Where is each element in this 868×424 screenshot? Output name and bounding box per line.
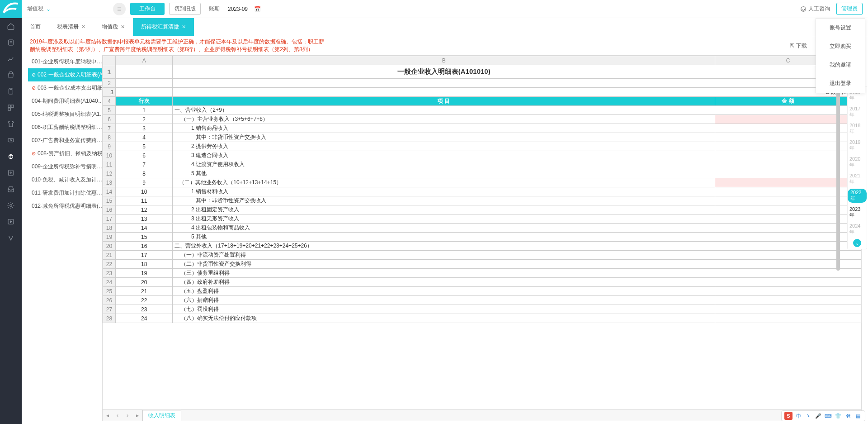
form-item-9[interactable]: 010-免税、减计收入及加计…	[28, 173, 102, 186]
row-num: 14	[116, 224, 173, 233]
nav-gear-icon[interactable]	[0, 197, 22, 214]
form-item-2[interactable]: ⊘003-一般企业成本支出明细…	[28, 81, 102, 95]
form-item-7[interactable]: ⊘008-资产折旧、摊销及纳税…	[28, 147, 102, 160]
ime-skin-icon[interactable]: 👕	[834, 412, 842, 420]
nav-money-icon[interactable]	[0, 132, 22, 148]
user-menu-item-2[interactable]: 我的邀请	[816, 56, 865, 74]
user-menu-item-0[interactable]: 账号设置	[816, 19, 865, 37]
ime-toolbar[interactable]: S 中 '• 🎤 ⌨ 👕 🛠 ▦	[781, 410, 865, 421]
form-item-5[interactable]: 006-职工薪酬纳税调整明细…	[28, 121, 102, 134]
row-item: 3.建造合同收入	[173, 151, 715, 160]
vertical-scrollbar[interactable]	[835, 63, 840, 409]
sheet-tab[interactable]: 收入明细表	[142, 410, 181, 421]
nav-tshirt-icon[interactable]	[0, 116, 22, 132]
user-menu-item-3[interactable]: 退出登录	[816, 74, 865, 93]
row-item: 4.出租包装物和商品收入	[173, 224, 715, 233]
calendar-icon[interactable]: 📅	[254, 6, 261, 12]
row-item: 4.让渡资产使用权收入	[173, 160, 715, 169]
ime-grid-icon[interactable]: ▦	[854, 412, 862, 420]
form-item-0[interactable]: 001-企业所得税年度纳税申…	[28, 55, 102, 68]
tab-close-icon[interactable]: ✕	[81, 24, 85, 30]
form-item-1[interactable]: ⊘002-一般企业收入明细表(A1…	[28, 68, 102, 81]
side-nav	[0, 0, 22, 424]
tab-close-icon[interactable]: ✕	[121, 24, 125, 30]
row-item: （八）确实无法偿付的应付款项	[173, 314, 715, 323]
nav-v-icon[interactable]	[0, 230, 22, 246]
tab-0[interactable]: 首页	[22, 18, 49, 36]
svg-rect-4	[11, 105, 14, 107]
sheet-nav-last[interactable]: ▸	[132, 412, 142, 419]
nav-bag-icon[interactable]	[0, 67, 22, 83]
row-item: （五）盘盈利得	[173, 287, 715, 296]
user-menu-item-1[interactable]: 立即购买	[816, 37, 865, 56]
row-item: （二）非货币性资产交换利得	[173, 260, 715, 269]
svg-point-7	[10, 140, 12, 141]
year-2019年[interactable]: 2019年	[848, 138, 867, 152]
nav-play-icon[interactable]	[0, 214, 22, 230]
row-item: 5.其他	[173, 169, 715, 178]
user-dropdown-menu: 账号设置立即购买我的邀请退出登录	[816, 18, 865, 93]
nav-doc-icon[interactable]	[0, 34, 22, 51]
year-2018年[interactable]: 2018年	[848, 122, 867, 136]
year-more-icon[interactable]: ⌄	[853, 239, 861, 247]
sheet-nav-prev[interactable]: ‹	[113, 412, 123, 419]
form-item-8[interactable]: 009-企业所得税弥补亏损明…	[28, 160, 102, 173]
row-item: 3.出租无形资产收入	[173, 214, 715, 224]
ime-mic-icon[interactable]: 🎤	[814, 412, 822, 420]
admin-button[interactable]: 管理员	[836, 3, 863, 15]
row-num: 5	[116, 142, 173, 151]
sheet-scroll[interactable]: ABC1一般企业收入明细表(A101010)23金额单位： 元4行次项 目金 额…	[103, 56, 861, 409]
tab-1[interactable]: 税表清册✕	[49, 18, 94, 36]
ime-punct-icon[interactable]: '•	[804, 412, 812, 420]
svg-point-9	[10, 205, 12, 207]
nav-clip-icon[interactable]	[0, 83, 22, 100]
form-item-11[interactable]: 012-减免所得税优惠明细表(…	[28, 200, 102, 213]
nav-home-icon[interactable]	[0, 18, 22, 34]
row-num: 20	[116, 278, 173, 287]
row-num: 10	[116, 187, 173, 196]
nav-tax-icon[interactable]	[0, 148, 22, 165]
form-item-4[interactable]: 005-纳税调整项目明细表(A1…	[28, 108, 102, 121]
workbench-button[interactable]: 工作台	[130, 3, 165, 15]
sheet-nav-first[interactable]: ◂	[103, 412, 113, 419]
year-2020年[interactable]: 2020年	[848, 155, 867, 169]
row-num: 7	[116, 160, 173, 169]
nav-inbox-icon[interactable]	[0, 181, 22, 197]
switch-old-button[interactable]: 切到旧版	[169, 3, 201, 15]
top-bar: 增值税 ⌄ 工作台 切到旧版 账期 2023-09 📅 人工咨询 管理员	[22, 0, 868, 18]
nav-grid-icon[interactable]	[0, 100, 22, 116]
year-2022年[interactable]: 2022年	[848, 189, 867, 203]
form-item-6[interactable]: 007-广告费和业务宣传费跨…	[28, 134, 102, 147]
tab-close-icon[interactable]: ✕	[182, 24, 186, 30]
row-num: 2	[116, 115, 173, 124]
row-num: 13	[116, 214, 173, 224]
year-2024年[interactable]: 2024年	[848, 222, 867, 236]
svg-rect-3	[8, 105, 10, 107]
download-button[interactable]: ⇱ 下载	[790, 42, 807, 50]
year-2021年[interactable]: 2021年	[848, 172, 867, 186]
tax-type-selector[interactable]: 增值税 ⌄	[27, 5, 108, 13]
page-tabs: 首页税表清册✕增值税✕所得税汇算清缴✕	[22, 18, 868, 36]
form-item-3[interactable]: 004-期间费用明细表(A1040…	[28, 95, 102, 108]
list-toggle-button[interactable]	[113, 3, 126, 15]
row-num: 12	[116, 205, 173, 214]
ime-keyboard-icon[interactable]: ⌨	[824, 412, 832, 420]
year-2023年[interactable]: 2023年	[848, 205, 867, 219]
tab-2[interactable]: 增值税✕	[94, 18, 133, 36]
year-2017年[interactable]: 2017年	[848, 105, 867, 119]
row-item: 其中：非货币性资产交换收入	[173, 196, 715, 205]
ime-lang[interactable]: 中	[794, 412, 802, 420]
period-value: 2023-09	[228, 6, 248, 12]
row-num: 18	[116, 260, 173, 269]
sheet-nav-next[interactable]: ›	[123, 412, 132, 419]
tab-3[interactable]: 所得税汇算清缴✕	[133, 18, 194, 36]
nav-export-icon[interactable]	[0, 165, 22, 181]
warn-icon: ⊘	[32, 85, 36, 91]
row-item: （三）债务重组利得	[173, 269, 715, 278]
ime-tool-icon[interactable]: 🛠	[844, 412, 852, 420]
chevron-down-icon: ⌄	[46, 6, 51, 12]
form-item-10[interactable]: 011-研发费用加计扣除优惠…	[28, 186, 102, 200]
consult-link[interactable]: 人工咨询	[800, 5, 830, 13]
nav-chart-icon[interactable]	[0, 51, 22, 67]
ime-logo-icon: S	[784, 412, 793, 420]
